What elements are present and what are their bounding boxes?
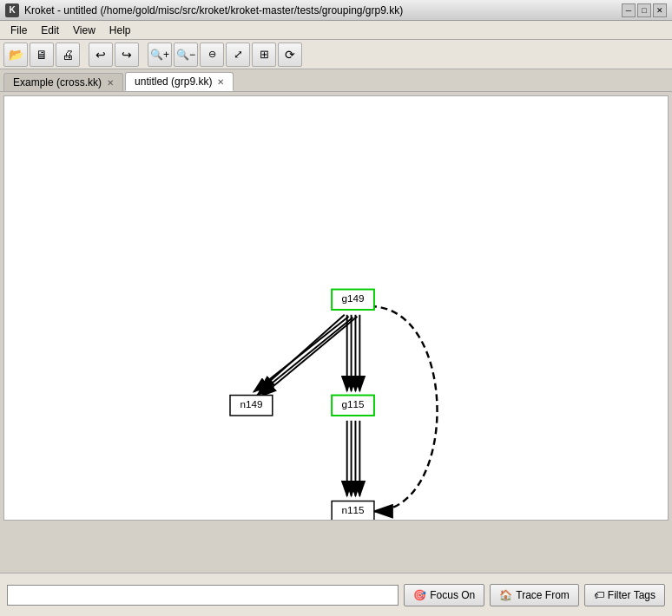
node-n115-label: n115 <box>341 504 365 515</box>
menubar: File Edit View Help <box>0 21 672 40</box>
focus-icon: 🎯 <box>413 589 426 601</box>
redo-button[interactable]: ↪ <box>115 43 139 67</box>
trace-icon: 🏠 <box>499 589 512 601</box>
monitor-button[interactable]: 🖥 <box>30 43 54 67</box>
maximize-button[interactable]: □ <box>637 3 651 17</box>
undo-button[interactable]: ↩ <box>89 43 113 67</box>
menu-view[interactable]: View <box>66 23 102 38</box>
minimize-button[interactable]: ─ <box>622 3 636 17</box>
close-window-button[interactable]: ✕ <box>653 3 667 17</box>
node-n149-label: n149 <box>240 398 262 410</box>
window-controls: ─ □ ✕ <box>622 3 667 17</box>
focus-on-label: Focus On <box>430 589 475 601</box>
trace-from-button[interactable]: 🏠 Trace From <box>490 584 579 606</box>
tab-cross-label: Example (cross.kk) <box>13 76 102 88</box>
svg-line-5 <box>261 317 357 396</box>
window-title: Kroket - untitled (/home/gold/misc/src/k… <box>24 4 403 16</box>
toolbar: 📂 🖥 🖨 ↩ ↪ 🔍+ 🔍− ⊖ ⤢ ⊞ ⟳ <box>0 40 672 69</box>
focus-on-button[interactable]: 🎯 Focus On <box>404 584 484 606</box>
graph-svg: g149 g115 n149 n115 <box>4 96 668 520</box>
fit-view-button[interactable]: ⤢ <box>226 43 250 67</box>
zoom-fit-button[interactable]: 🔍− <box>174 43 198 67</box>
node-g115-label: g115 <box>341 398 365 410</box>
zoom-out-button[interactable]: ⊖ <box>200 43 224 67</box>
canvas-area: g149 g115 n149 n115 <box>3 95 669 521</box>
filter-tags-button[interactable]: 🏷 Filter Tags <box>584 584 665 606</box>
trace-from-label: Trace From <box>516 589 570 601</box>
filter-icon: 🏷 <box>594 589 604 601</box>
center-button[interactable]: ⊞ <box>252 43 276 67</box>
menu-edit[interactable]: Edit <box>34 23 66 38</box>
menu-help[interactable]: Help <box>102 23 138 38</box>
app-icon: K <box>5 3 19 17</box>
statusbar: 🎯 Focus On 🏠 Trace From 🏷 Filter Tags <box>0 573 672 616</box>
tab-grp9-label: untitled (grp9.kk) <box>135 75 212 88</box>
tab-cross[interactable]: Example (cross.kk) ✕ <box>3 73 123 91</box>
tab-grp9-close[interactable]: ✕ <box>217 77 224 87</box>
titlebar: K Kroket - untitled (/home/gold/misc/src… <box>0 0 672 21</box>
print-button[interactable]: 🖨 <box>56 43 80 67</box>
search-input[interactable] <box>7 585 399 606</box>
zoom-in-button[interactable]: 🔍+ <box>148 43 172 67</box>
refresh-button[interactable]: ⟳ <box>278 43 302 67</box>
tab-cross-close[interactable]: ✕ <box>107 78 114 88</box>
tab-grp9[interactable]: untitled (grp9.kk) ✕ <box>125 72 234 91</box>
filter-tags-label: Filter Tags <box>608 589 656 601</box>
svg-line-3 <box>254 317 348 392</box>
tabbar: Example (cross.kk) ✕ untitled (grp9.kk) … <box>0 69 672 92</box>
svg-line-4 <box>257 318 352 396</box>
menu-file[interactable]: File <box>3 23 34 38</box>
open-button[interactable]: 📂 <box>3 43 28 67</box>
node-g149-label: g149 <box>341 292 364 304</box>
